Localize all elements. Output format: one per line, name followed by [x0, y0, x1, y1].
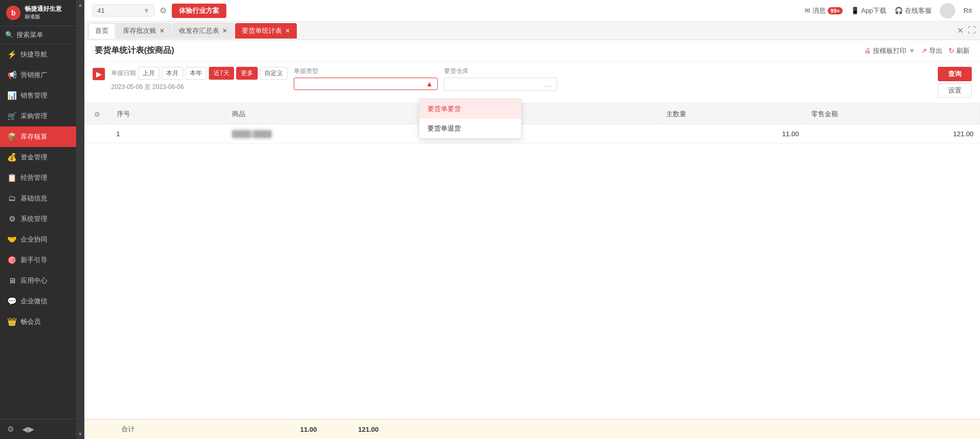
filter-expand-btn[interactable]: ▶: [93, 68, 105, 80]
sidebar-item-label: 库存核算: [21, 132, 47, 141]
sidebar-item-marketing[interactable]: 📢 营销推广: [0, 65, 76, 85]
export-btn[interactable]: ↗ 导出: [921, 46, 942, 56]
sidebar-item-finance[interactable]: 💰 资金管理: [0, 147, 76, 168]
sidebar-item-basic[interactable]: 🗂 基础信息: [0, 188, 76, 209]
goods-name: ████ ████: [232, 130, 272, 138]
settings-icon[interactable]: ⚙: [7, 425, 14, 434]
message-btn[interactable]: ✉ 消息 99+: [805, 6, 843, 15]
tab-home[interactable]: 首页: [88, 23, 115, 39]
sidebar-item-inventory[interactable]: 📦 库存核算: [0, 126, 76, 147]
sidebar-item-label: 企业微信: [21, 297, 47, 306]
type-filter-group: 单据类型 ▲: [294, 67, 438, 90]
close-window-icon[interactable]: ✕: [957, 26, 964, 35]
app-download-btn[interactable]: 📱 App下载: [851, 6, 886, 15]
row-settings: [84, 124, 110, 143]
sidebar-item-purchase[interactable]: 🛒 采购管理: [0, 106, 76, 126]
export-label: 导出: [929, 46, 942, 56]
type-input[interactable]: [298, 80, 426, 88]
sidebar-item-label: 经营管理: [21, 173, 47, 182]
dropdown-item-order-goods[interactable]: 要货单要货: [419, 99, 521, 119]
page-header: 要货单统计表(按商品) 🖨 按模板打印 ▼ ↗ 导出 ↻ 刷新: [84, 40, 980, 62]
close-icon[interactable]: ✕: [285, 27, 290, 34]
row-amount: 121.00: [805, 124, 980, 143]
tab-receive-summary[interactable]: 收发存汇总表 ✕: [172, 23, 234, 39]
sidebar-item-quick-nav[interactable]: ⚡ 快捷导航: [0, 44, 76, 65]
store-name: 41: [97, 7, 104, 14]
message-badge: 99+: [828, 7, 843, 14]
chevron-down-icon: ▼: [908, 47, 915, 54]
col-amount: 零售金额: [805, 104, 980, 124]
refresh-btn[interactable]: ↻ 刷新: [949, 46, 970, 56]
date-current-btn[interactable]: 本月: [162, 67, 183, 80]
dropdown-item-label: 要货单退货: [427, 124, 461, 132]
date-filter-group: 单据日期 上月 本月 本年 近7天 更多 自定义 2023-05-06 至 20…: [111, 67, 288, 92]
message-label: 消息: [812, 6, 826, 15]
tab-order-summary[interactable]: 要货单统计表 ✕: [235, 23, 297, 39]
setup-btn[interactable]: 设置: [938, 83, 972, 98]
operation-icon: 📋: [7, 173, 16, 182]
sidebar-item-sales[interactable]: 📊 销售管理: [0, 85, 76, 106]
sales-icon: 📊: [7, 91, 16, 100]
query-btn[interactable]: 查询: [938, 67, 972, 81]
close-icon[interactable]: ✕: [159, 27, 165, 34]
topbar-settings-icon[interactable]: ⚙: [159, 6, 167, 15]
sidebar-item-enterprise[interactable]: 🤝 企业协同: [0, 229, 76, 250]
trial-button[interactable]: 体验行业方案: [172, 4, 226, 18]
collapse-icon[interactable]: ◀▶: [22, 425, 34, 434]
download-icon: 📱: [851, 7, 859, 14]
search-menu[interactable]: 🔍 搜索菜单: [0, 26, 76, 44]
sidebar-item-label: 快捷导航: [21, 50, 47, 59]
warehouse-input-wrap: …: [444, 78, 557, 91]
col-quantity: 主数量: [660, 104, 805, 124]
print-icon: 🖨: [864, 47, 871, 54]
date-label: 单据日期: [111, 69, 136, 78]
online-service-btn[interactable]: 🎧 在线客服: [895, 6, 932, 15]
sidebar-item-label: 应用中心: [21, 276, 47, 285]
date-up-btn[interactable]: 上月: [138, 67, 159, 80]
sidebar-item-guide[interactable]: 🎯 新手引导: [0, 250, 76, 270]
col-no: 序号: [110, 104, 226, 124]
chevron-down-icon: ▼: [143, 7, 150, 14]
sidebar-item-label: 销售管理: [21, 91, 47, 100]
content-area: 要货单统计表(按商品) 🖨 按模板打印 ▼ ↗ 导出 ↻ 刷新 ▶: [84, 40, 980, 439]
sidebar-item-app-center[interactable]: 🖥 应用中心: [0, 270, 76, 291]
footer-label: 合计: [91, 425, 204, 434]
print-label: 按模板打印: [873, 46, 906, 56]
sidebar-item-operation[interactable]: 📋 经营管理: [0, 168, 76, 188]
sidebar-bottom: ⚙ ◀▶: [0, 419, 76, 439]
main-area: 41 ▼ ⚙ 体验行业方案 ✉ 消息 99+ 📱 App下载 🎧 在线客服 Ri…: [84, 0, 980, 439]
date-custom-btn[interactable]: 自定义: [260, 67, 288, 80]
app-download-label: App下载: [861, 6, 886, 15]
col-settings[interactable]: ⚙: [84, 104, 110, 124]
sidebar-item-wechat[interactable]: 💬 企业微信: [0, 291, 76, 312]
user-avatar[interactable]: [940, 3, 955, 19]
date-year-btn[interactable]: 本年: [185, 67, 207, 80]
date-more-btn[interactable]: 更多: [236, 67, 258, 80]
sidebar-item-label: 新手引导: [21, 255, 47, 265]
sidebar-item-system[interactable]: ⚙ 系统管理: [0, 209, 76, 229]
type-input-wrap: ▲: [294, 78, 438, 90]
sidebar-item-label: 系统管理: [21, 214, 47, 224]
store-selector[interactable]: 41 ▼: [93, 5, 154, 16]
more-options-icon[interactable]: …: [544, 80, 553, 89]
warehouse-label: 要货仓库: [444, 67, 557, 76]
dropdown-item-order-return[interactable]: 要货单退货: [419, 119, 521, 138]
sidebar-item-member[interactable]: 👑 畅会员: [0, 312, 76, 332]
chevron-up-icon[interactable]: ▲: [426, 80, 433, 88]
close-icon[interactable]: ✕: [222, 27, 227, 34]
sidebar-item-label: 营销推广: [21, 70, 47, 80]
tab-inventory-batch[interactable]: 库存批次账 ✕: [116, 23, 171, 39]
service-icon: 🎧: [895, 7, 903, 14]
finance-icon: 💰: [7, 153, 16, 162]
table-footer: 合计 11.00 121.00: [84, 419, 980, 439]
type-label: 单据类型: [294, 67, 438, 76]
sidebar-item-label: 资金管理: [21, 153, 47, 162]
expand-window-icon[interactable]: ⛶: [968, 26, 976, 35]
scroll-down-icon[interactable]: ▼: [78, 431, 83, 437]
date-recent-btn[interactable]: 近7天: [209, 67, 234, 80]
sidebar-item-label: 畅会员: [21, 317, 41, 326]
print-btn[interactable]: 🖨 按模板打印 ▼: [864, 46, 915, 56]
scroll-up-icon[interactable]: ▲: [78, 2, 83, 8]
warehouse-input[interactable]: [449, 81, 544, 88]
app-subtitle: 标准版: [25, 13, 62, 21]
